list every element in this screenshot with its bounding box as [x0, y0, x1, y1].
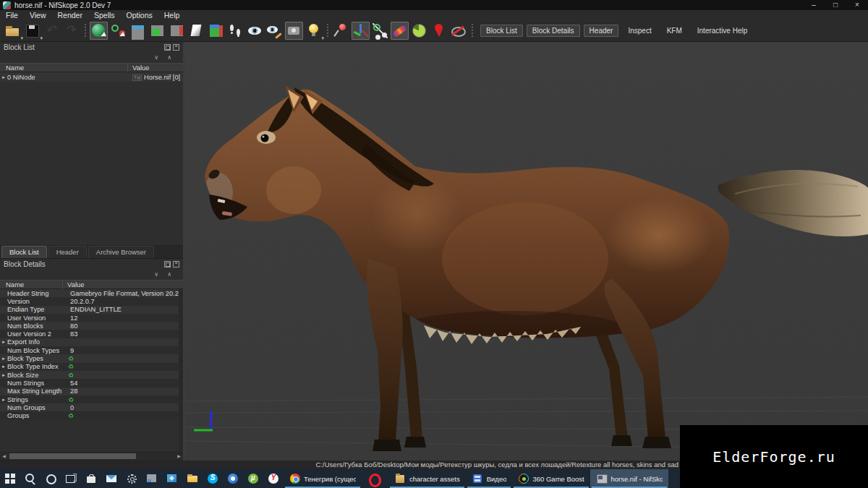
- taskbar-system-button[interactable]: [0, 469, 20, 488]
- toolbar-button[interactable]: [207, 22, 225, 40]
- toolbar-button[interactable]: [352, 22, 370, 40]
- expand-icon[interactable]: ∧: [167, 54, 171, 61]
- block-details-row[interactable]: ▸ Export Info: [0, 338, 183, 346]
- column-header-value[interactable]: Value: [63, 281, 85, 288]
- column-header-name[interactable]: Name: [0, 63, 128, 72]
- toolbar-button[interactable]: [391, 22, 409, 40]
- column-header-value[interactable]: Value: [128, 64, 150, 72]
- taskbar-system-button[interactable]: [263, 469, 284, 488]
- block-details-row[interactable]: ▸ User Version 12: [0, 314, 183, 322]
- block-details-row[interactable]: ▸ Groups: [0, 411, 183, 419]
- block-details-row[interactable]: ▸ Endian Type ENDIAN_LITTLE: [0, 306, 183, 314]
- toolbar-text-button[interactable]: Interactive Help: [692, 25, 753, 37]
- toolbar-button[interactable]: [265, 22, 284, 40]
- block-details-row[interactable]: ▸ Max String Length 28: [0, 388, 183, 395]
- toolbar-button[interactable]: [187, 22, 205, 40]
- toolbar-button[interactable]: [62, 22, 80, 40]
- maximize-button[interactable]: □: [825, 0, 846, 10]
- toolbar-button[interactable]: [430, 22, 448, 40]
- menu-item[interactable]: Help: [158, 11, 186, 20]
- menu-item[interactable]: Render: [52, 11, 88, 20]
- toolbar-button[interactable]: [469, 22, 475, 40]
- taskbar-system-button[interactable]: [122, 469, 142, 488]
- toolbar-button[interactable]: [371, 22, 389, 40]
- scrollbar-thumb[interactable]: [9, 453, 136, 459]
- expand-arrow-icon[interactable]: ▸: [0, 397, 7, 403]
- toolbar-text-button[interactable]: Block List: [480, 25, 523, 37]
- menu-item[interactable]: View: [24, 11, 52, 20]
- block-details-row[interactable]: ▸ Header String Gamebryo File Format, Ve…: [0, 289, 183, 297]
- toolbar-button[interactable]: [23, 22, 41, 40]
- expand-icon[interactable]: ∧: [167, 271, 171, 278]
- toolbar-button[interactable]: [246, 22, 264, 40]
- toolbar-button[interactable]: [129, 22, 147, 40]
- toolbar-button[interactable]: [305, 22, 323, 40]
- menu-item[interactable]: File: [0, 11, 24, 20]
- toolbar-button[interactable]: [109, 22, 127, 40]
- menu-item[interactable]: Options: [121, 11, 158, 20]
- taskbar-system-button[interactable]: [182, 469, 203, 488]
- viewport-3d[interactable]: [185, 42, 868, 461]
- block-details-row[interactable]: ▸ Num Groups 0: [0, 403, 183, 411]
- taskbar-app-button[interactable]: horse.nif - NifSko...: [590, 469, 668, 488]
- taskbar-system-button[interactable]: [61, 469, 81, 488]
- block-details-row[interactable]: ▸ Strings: [0, 395, 183, 403]
- block-details-row[interactable]: ▸ Num Blocks 80: [0, 322, 183, 330]
- toolbar-button[interactable]: [82, 22, 88, 40]
- toolbar-button[interactable]: [325, 22, 330, 40]
- block-details-row[interactable]: ▸ Num Block Types 9: [0, 346, 183, 354]
- toolbar-button[interactable]: [449, 22, 467, 40]
- block-details-row[interactable]: ▸ User Version 2 83: [0, 330, 183, 338]
- block-list-row[interactable]: ▸ 0 NiNode Horse.nif [0]: [0, 72, 183, 82]
- toolbar-text-button[interactable]: Inspect: [622, 25, 657, 37]
- expand-arrow-icon[interactable]: ▸: [0, 74, 7, 80]
- close-panel-icon[interactable]: [173, 261, 179, 267]
- close-button[interactable]: ×: [846, 0, 868, 10]
- float-panel-icon[interactable]: [164, 44, 171, 51]
- minimize-button[interactable]: –: [803, 0, 825, 10]
- taskbar-app-button[interactable]: 360 Game Booster: [512, 469, 590, 488]
- block-details-row[interactable]: ▸ Block Types: [0, 354, 183, 362]
- taskbar-system-button[interactable]: [20, 469, 41, 488]
- taskbar-app-button[interactable]: Видео: [466, 469, 513, 488]
- taskbar-system-button[interactable]: [203, 469, 223, 488]
- toolbar-text-button[interactable]: Header: [584, 25, 619, 37]
- collapse-icon[interactable]: ∨: [154, 54, 158, 61]
- scroll-left-icon[interactable]: ◀: [0, 453, 8, 460]
- toolbar-button[interactable]: [332, 22, 350, 40]
- taskbar-system-button[interactable]: [162, 469, 182, 488]
- toolbar-button[interactable]: [4, 22, 22, 40]
- taskbar-system-button[interactable]: [41, 469, 61, 488]
- dock-tab[interactable]: Archive Browser: [88, 246, 154, 258]
- column-header-name[interactable]: Name: [0, 280, 63, 289]
- dock-tab[interactable]: Header: [48, 246, 87, 258]
- block-details-row[interactable]: ▸ Block Size: [0, 371, 183, 379]
- toolbar-button[interactable]: [226, 22, 244, 40]
- toolbar-button[interactable]: [43, 22, 61, 40]
- dock-tab[interactable]: Block List: [1, 246, 47, 258]
- expand-arrow-icon[interactable]: ▸: [0, 356, 7, 361]
- block-details-row[interactable]: ▸ Version 20.2.0.7: [0, 297, 183, 305]
- collapse-icon[interactable]: ∨: [154, 271, 158, 278]
- taskbar-app-button[interactable]: character assets: [388, 469, 466, 488]
- horizontal-scrollbar[interactable]: ◀ ▶: [0, 452, 183, 460]
- expand-arrow-icon[interactable]: ▸: [0, 372, 7, 378]
- taskbar-system-button[interactable]: [81, 469, 101, 488]
- close-panel-icon[interactable]: [173, 44, 179, 51]
- menu-item[interactable]: Spells: [88, 11, 121, 20]
- toolbar-button[interactable]: [148, 22, 166, 40]
- taskbar-system-button[interactable]: [142, 469, 162, 488]
- vertical-scrollbar[interactable]: [179, 289, 183, 451]
- toolbar-text-button[interactable]: Block Details: [527, 25, 580, 37]
- toolbar-button[interactable]: [410, 22, 428, 40]
- taskbar-system-button[interactable]: [101, 469, 122, 488]
- expand-arrow-icon[interactable]: ▸: [0, 364, 7, 369]
- toolbar-button[interactable]: [285, 22, 303, 40]
- taskbar-system-button[interactable]: [243, 469, 263, 488]
- toolbar-button[interactable]: [168, 22, 186, 40]
- scroll-right-icon[interactable]: ▶: [175, 453, 183, 460]
- toolbar-button[interactable]: [90, 22, 108, 40]
- toolbar-text-button[interactable]: KFM: [661, 25, 688, 37]
- block-details-row[interactable]: ▸ Block Type Index: [0, 363, 183, 371]
- block-details-row[interactable]: ▸ Num Strings 54: [0, 379, 183, 387]
